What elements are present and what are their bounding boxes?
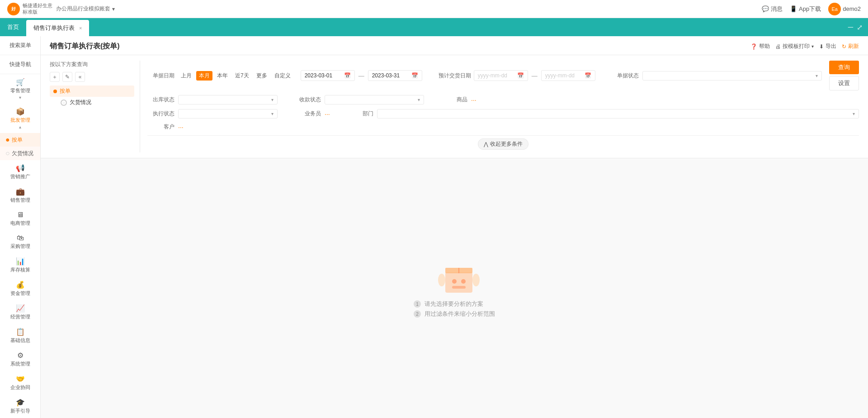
basic-icon: 📋 [16, 328, 25, 336]
sidebar-item-enterprise[interactable]: 🤝 企业协同 [0, 371, 40, 394]
sidebar-item-basic[interactable]: 📋 基础信息 [0, 324, 40, 347]
newbie-icon: 🎓 [16, 398, 25, 407]
department-select[interactable]: ▾ [377, 109, 859, 119]
refresh-button[interactable]: ↻ 刷新 [842, 43, 859, 50]
sidebar-item-inventory[interactable]: 📊 库存核算 [0, 253, 40, 277]
doc-status-dropdown-icon: ▾ [816, 73, 818, 78]
topbar-left: 好 畅捷通好生意 标准版 办公用品行业模拟账套 ▾ [7, 3, 115, 15]
filter-exec-status-item: 执行状态 ▾ [147, 109, 278, 119]
collapse-button[interactable]: ⋀ 收起更多条件 [478, 138, 528, 150]
template-print-button[interactable]: 🖨 按模板打印 ▾ [775, 43, 814, 50]
svg-point-5 [452, 279, 457, 284]
logo-icon: 好 [7, 3, 20, 15]
payment-status-label: 收款状态 [294, 96, 321, 104]
maximize-icon[interactable]: ⤢ [857, 23, 863, 32]
filter-payment-status-item: 收款状态 ▾ [294, 95, 424, 104]
date-btn-this-month[interactable]: 本月 [196, 71, 212, 81]
sidebar-item-finance[interactable]: 💰 资金管理 [0, 277, 40, 300]
goods-more-button[interactable]: ··· [471, 96, 476, 104]
sidebar: 搜索菜单 快捷导航 🛒 零售管理 ▾ 📦 批发管理 ▴ ● 按单 ○ 欠货情况 [0, 36, 41, 418]
main-layout: 搜索菜单 快捷导航 🛒 零售管理 ▾ 📦 批发管理 ▴ ● 按单 ○ 欠货情况 [0, 36, 868, 418]
content-area: 销售订单执行表(按单) ❓ 帮助 🖨 按模板打印 ▾ ⬇ 导出 ↻ 刷新 [41, 36, 868, 418]
date-btn-last-month[interactable]: 上月 [178, 71, 194, 81]
help-button[interactable]: ❓ 帮助 [750, 43, 770, 50]
sidebar-item-purchase[interactable]: 🛍 采购管理 [0, 230, 40, 253]
sidebar-item-wholesale[interactable]: 📦 批发管理 ▴ [0, 104, 40, 133]
edit-plan-button[interactable]: ✎ [62, 72, 72, 82]
customer-label: 客户 [147, 123, 175, 131]
sidebar-item-retail[interactable]: 🛒 零售管理 ▾ [0, 74, 40, 104]
exec-status-select[interactable]: ▾ [178, 109, 278, 119]
filter-goods-item: 商品 ··· [440, 96, 859, 104]
date-start-input[interactable]: 2023-03-01 📅 [301, 70, 355, 81]
query-button[interactable]: 查询 [829, 61, 859, 74]
sidebar-item-system[interactable]: ⚙ 系统管理 [0, 347, 40, 371]
sidebar-item-press[interactable]: ● 按单 [0, 133, 40, 147]
date-btn-custom[interactable]: 自定义 [272, 71, 293, 81]
doc-status-label: 单据状态 [612, 72, 639, 80]
empty-tip-2: 2 用过滤条件来缩小分析范围 [414, 310, 495, 318]
empty-state: 1 请先选择要分析的方案 2 用过滤条件来缩小分析范围 [414, 256, 495, 320]
customer-more-button[interactable]: ··· [178, 124, 184, 131]
estimated-date-end-input[interactable]: yyyy-mm-dd 📅 [541, 70, 595, 81]
logo-area: 好 畅捷通好生意 标准版 [7, 3, 52, 15]
date-btn-7days[interactable]: 近7天 [232, 71, 252, 81]
tab-sales-order[interactable]: 销售订单执行表 × [26, 20, 89, 36]
message-button[interactable]: 💬 消息 [762, 5, 783, 13]
sub-plan-dot-icon: ○ [61, 100, 67, 106]
salesperson-label: 业务员 [294, 110, 321, 118]
shipment-status-select[interactable]: ▾ [178, 95, 278, 104]
filter-row-2: 出库状态 ▾ 收款状态 ▾ [147, 95, 859, 104]
svg-rect-0 [445, 272, 472, 293]
payment-dropdown-icon: ▾ [418, 97, 420, 102]
breadcrumb: 办公用品行业模拟账套 ▾ [56, 5, 115, 13]
message-icon: 💬 [762, 5, 769, 12]
add-plan-button[interactable]: ＋ [50, 72, 60, 82]
tab-home[interactable]: 首页 [0, 18, 26, 36]
date-btn-this-year[interactable]: 本年 [214, 71, 231, 81]
empty-svg [436, 256, 481, 297]
filter-plan-panel: 按以下方案查询 ＋ ✎ « 按单 ○ 欠货情况 [50, 61, 140, 152]
sidebar-nav-section: 快捷导航 [0, 55, 40, 74]
date-btn-more[interactable]: 更多 [254, 71, 270, 81]
sidebar-item-sales[interactable]: 💼 销售管理 [0, 184, 40, 207]
filter-row-4: 客户 ··· [147, 123, 859, 131]
topbar-right: 💬 消息 📱 App下载 Ea demo2 [762, 3, 861, 15]
doc-status-select[interactable]: ▾ [642, 71, 822, 81]
user-menu[interactable]: Ea demo2 [828, 3, 861, 15]
payment-status-select[interactable]: ▾ [325, 95, 424, 104]
sidebar-item-operation[interactable]: 📈 经营管理 [0, 300, 40, 324]
export-button[interactable]: ⬇ 导出 [819, 43, 836, 50]
app-download-icon: 📱 [790, 5, 797, 12]
department-dropdown-icon: ▾ [853, 111, 855, 116]
help-icon: ❓ [750, 43, 757, 50]
minimize-icon[interactable]: ─ [848, 23, 853, 31]
date-start-calendar-icon: 📅 [344, 72, 351, 79]
shortcut-nav-button[interactable]: 快捷导航 [0, 59, 40, 70]
wholesale-icon: 📦 [16, 107, 25, 116]
date-end-input[interactable]: 2023-03-31 📅 [368, 70, 422, 81]
system-icon: ⚙ [17, 351, 24, 360]
estimated-date-start-input[interactable]: yyyy-mm-dd 📅 [474, 70, 528, 81]
collapse-plan-button[interactable]: « [75, 72, 85, 82]
search-menu-button[interactable]: 搜索菜单 [4, 40, 37, 51]
estimated-date-start-calendar-icon: 📅 [517, 72, 524, 79]
filter-department-item: 部门 ▾ [346, 109, 859, 119]
logo-text: 畅捷通好生意 标准版 [23, 3, 52, 14]
page-title: 销售订单执行表(按单) [50, 42, 120, 51]
tab-close-icon[interactable]: × [79, 25, 82, 31]
svg-point-6 [461, 279, 466, 284]
sidebar-item-marketing[interactable]: 📢 营销推广 [0, 160, 40, 184]
data-area: 1 请先选择要分析的方案 2 用过滤条件来缩小分析范围 [41, 158, 868, 418]
sidebar-item-newbie[interactable]: 🎓 新手引导 [0, 394, 40, 418]
settings-button[interactable]: 设置 [829, 76, 859, 90]
filter-row-3: 执行状态 ▾ 业务员 ··· 部门 [147, 109, 859, 119]
app-download-button[interactable]: 📱 App下载 [790, 5, 821, 13]
plan-item-press[interactable]: 按单 [50, 86, 134, 97]
sidebar-item-ecommerce[interactable]: 🖥 电商管理 [0, 207, 40, 230]
date-shortcuts: 上月 本月 本年 近7天 更多 自定义 [178, 71, 293, 81]
sub-plan-item-debt[interactable]: ○ 欠货情况 [50, 97, 134, 108]
salesperson-more-button[interactable]: ··· [325, 110, 330, 118]
breadcrumb-dropdown-icon[interactable]: ▾ [112, 6, 115, 12]
sidebar-item-debt[interactable]: ○ 欠货情况 [0, 147, 40, 160]
